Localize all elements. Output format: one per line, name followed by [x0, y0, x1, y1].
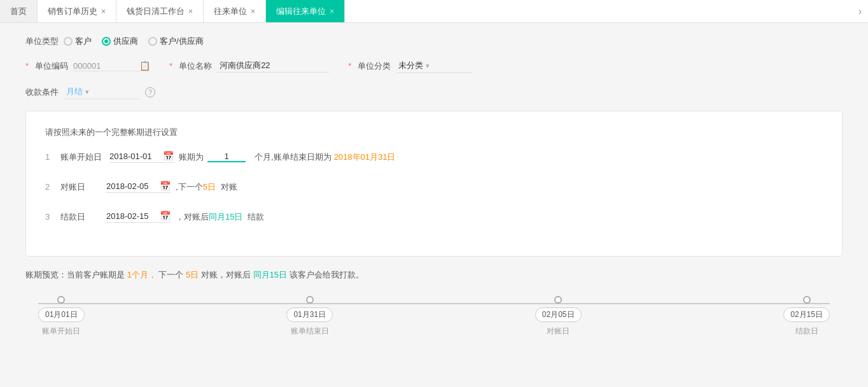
payment-terms-value: 月结: [66, 86, 83, 97]
radio-supplier[interactable]: 供应商: [102, 36, 138, 47]
close-sales-history-icon[interactable]: ×: [101, 7, 106, 16]
timeline-dot-2: [306, 296, 314, 304]
row-1-period-input[interactable]: [207, 151, 246, 162]
row-2-suffix1: ,下一个: [176, 181, 203, 193]
row-3-date-input: 2018-02-15 📅: [106, 211, 171, 223]
row-1-period-unit: 个月,账单结束日期为: [255, 151, 332, 163]
payment-terms-label: 收款条件: [25, 87, 59, 98]
row-2-orange: 5日: [203, 181, 216, 193]
main-content: 单位类型 客户 供应商 客户/供应商 * 单位编码: [0, 23, 868, 387]
unit-name-required: *: [169, 61, 172, 71]
unit-category-arrow-icon: ▾: [426, 62, 430, 70]
radio-customer-supplier-label: 客户/供应商: [160, 36, 204, 47]
unit-category-label: 单位分类: [358, 60, 391, 72]
unit-code-input[interactable]: [73, 61, 137, 71]
unit-name-label: 单位名称: [179, 60, 212, 72]
settings-panel: 请按照未来的一个完整帐期进行设置 1 账单开始日 2018-01-01 📅 账期…: [25, 111, 843, 257]
timeline-node-4: 02月15日 结款日: [783, 296, 830, 337]
unit-category-select[interactable]: 未分类 ▾: [396, 59, 472, 73]
row-1-cal-icon[interactable]: 📅: [163, 151, 174, 161]
timeline-dot-4: [803, 296, 811, 304]
radio-customer[interactable]: 客户: [64, 36, 92, 47]
row-2-date-input: 2018-02-05 📅: [106, 181, 171, 193]
tab-edit-partner[interactable]: 编辑往来单位 ×: [266, 0, 345, 22]
preview-part4: 该客户会给我打款。: [290, 270, 364, 279]
unit-type-label: 单位类型: [25, 36, 59, 47]
close-edit-partner-icon[interactable]: ×: [330, 7, 334, 16]
close-cashflow-icon[interactable]: ×: [188, 7, 193, 16]
preview-part1: 1个月，: [127, 270, 157, 279]
unit-category-value: 未分类: [398, 60, 423, 71]
tab-home-label: 首页: [10, 6, 27, 17]
row-2-label: 对账日: [60, 181, 99, 193]
preview-section: 账期预览：当前客户账期是 1个月， 下一个 5日 对账，对账后 同月15日 该客…: [25, 269, 843, 281]
panel-title: 请按照未来的一个完整帐期进行设置: [45, 127, 823, 138]
unit-category-required: *: [348, 61, 351, 71]
timeline-dot-1: [57, 296, 65, 304]
timeline-label-4: 02月15日: [783, 307, 830, 322]
timeline-node-1: 01月01日 账单开始日: [38, 296, 85, 337]
row-1-date-input: 2018-01-01 📅: [109, 151, 174, 163]
timeline-label-2: 01月31日: [286, 307, 333, 322]
payment-terms-select[interactable]: 月结 ▾: [64, 85, 140, 99]
row-1-num: 1: [45, 152, 60, 162]
payment-terms-arrow-icon: ▾: [85, 88, 89, 96]
timeline-label-3: 02月05日: [535, 307, 582, 322]
timeline-label-1: 01月01日: [38, 307, 85, 322]
radio-supplier-circle: [102, 37, 111, 46]
radio-customer-circle: [64, 37, 73, 46]
unit-type-row: 单位类型 客户 供应商 客户/供应商: [25, 36, 843, 47]
tab-partner[interactable]: 往来单位 ×: [204, 0, 266, 22]
row-3-cal-icon[interactable]: 📅: [160, 211, 171, 221]
help-icon[interactable]: ?: [145, 87, 155, 97]
row-1-label: 账单开始日: [60, 151, 102, 163]
unit-type-item: 单位类型 客户 供应商 客户/供应商: [25, 36, 204, 47]
preview-part3: 对账，对账后: [201, 270, 251, 279]
tab-sales-history-label: 销售订单历史: [48, 6, 97, 17]
unit-name-item: * 单位名称: [169, 60, 329, 73]
row-1-period-label: 账期为: [179, 151, 204, 163]
unit-code-item: * 单位编码 📋: [25, 60, 150, 72]
timeline-dot-3: [554, 296, 562, 304]
preview-part2: 下一个: [158, 270, 183, 279]
row-2-num: 2: [45, 182, 60, 192]
timeline-sublabel-1: 账单开始日: [42, 326, 80, 337]
radio-customer-supplier[interactable]: 客户/供应商: [148, 36, 204, 47]
tab-home[interactable]: 首页: [0, 0, 38, 22]
tab-cashflow[interactable]: 钱货日清工作台 ×: [116, 0, 204, 22]
tab-edit-partner-label: 编辑往来单位: [276, 6, 326, 17]
timeline-sublabel-2: 账单结束日: [291, 326, 329, 337]
row-3-suffix2: 结款: [248, 211, 264, 223]
timeline-sublabel-4: 结款日: [795, 326, 818, 337]
unit-code-label: 单位编码: [35, 60, 68, 72]
row-1-period-end: 2018年01月31日: [334, 151, 396, 163]
setting-row-3: 3 结款日 2018-02-15 📅 ，对账后 同月15日 结款: [45, 211, 823, 223]
timeline-container: 01月01日 账单开始日 01月31日 账单结束日 02月05日 对账日: [25, 296, 843, 337]
radio-customer-supplier-circle: [148, 37, 157, 46]
tab-cashflow-label: 钱货日清工作台: [127, 6, 185, 17]
timeline-node-2: 01月31日 账单结束日: [286, 296, 333, 337]
preview-orange1: 5日: [186, 270, 199, 279]
sidebar-toggle-icon[interactable]: ›: [852, 0, 868, 22]
radio-customer-label: 客户: [75, 36, 92, 47]
row-2-suffix2: 对账: [221, 181, 237, 193]
row-2-date: 2018-02-05: [106, 181, 157, 191]
payment-terms-row: 收款条件 月结 ▾ ?: [25, 85, 843, 99]
unit-fields-row: * 单位编码 📋 * 单位名称 * 单位分类 未分类 ▾: [25, 59, 843, 73]
unit-name-input[interactable]: [217, 60, 329, 73]
row-3-num: 3: [45, 212, 60, 222]
payment-terms-item: 收款条件 月结 ▾ ?: [25, 85, 155, 99]
unit-category-item: * 单位分类 未分类 ▾: [348, 59, 472, 73]
tab-partner-label: 往来单位: [214, 6, 247, 17]
row-2-cal-icon[interactable]: 📅: [160, 181, 171, 191]
row-3-label: 结款日: [60, 211, 99, 223]
preview-label: 账期预览：当前客户账期是: [25, 270, 125, 279]
row-3-date: 2018-02-15: [106, 211, 157, 221]
unit-type-radio-group: 客户 供应商 客户/供应商: [64, 36, 204, 47]
close-partner-icon[interactable]: ×: [251, 7, 255, 16]
tab-sales-history[interactable]: 销售订单历史 ×: [38, 0, 116, 22]
unit-code-icon[interactable]: 📋: [139, 60, 150, 71]
timeline-nodes: 01月01日 账单开始日 01月31日 账单结束日 02月05日 对账日: [38, 296, 830, 337]
row-3-teal: 同月15日: [209, 211, 242, 223]
setting-row-1: 1 账单开始日 2018-01-01 📅 账期为 个月,账单结束日期为 2018…: [45, 151, 823, 163]
